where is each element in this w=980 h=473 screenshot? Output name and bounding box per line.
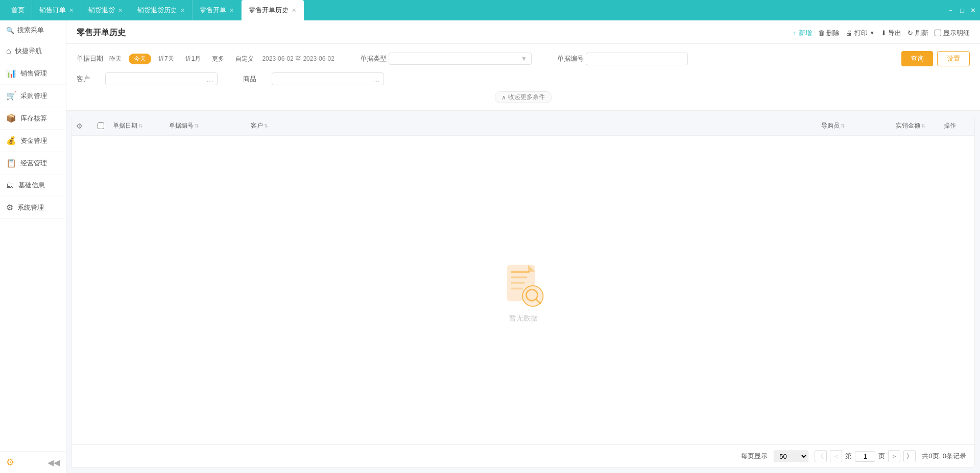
last-page-button[interactable]: 》 (903, 450, 916, 462)
settings-button[interactable]: 设置 (937, 51, 970, 66)
sidebar-item-quick-nav[interactable]: ⌂ 快捷导航 (0, 40, 66, 62)
col-header-number[interactable]: 单据编号 ⇅ (165, 121, 247, 130)
sidebar-item-purchase[interactable]: 🛒 采购管理 (0, 85, 66, 107)
close-button[interactable]: ✕ (970, 7, 976, 14)
per-page-label: 每页显示 (741, 452, 768, 461)
sidebar-item-sales[interactable]: 📊 销售管理 (0, 62, 66, 85)
per-page-select[interactable]: 50 100 200 (774, 451, 808, 462)
date-btn-yesterday[interactable]: 昨天 (105, 54, 126, 64)
date-filter-group: 单据日期 昨天 今天 近7天 近1月 更多 自定义 2023-06-02 至 2… (77, 54, 334, 64)
sidebar-item-basic-info[interactable]: 🗂 基础信息 (0, 175, 66, 196)
minimize-button[interactable]: － (947, 6, 954, 15)
query-button[interactable]: 查询 (901, 51, 933, 66)
date-buttons: 昨天 今天 近7天 近1月 更多 自定义 (105, 54, 258, 64)
page-number-input[interactable] (855, 451, 875, 462)
number-input[interactable] (586, 53, 688, 65)
goods-filter-group: 商品 … (243, 72, 384, 85)
goods-input-wrap: … (272, 72, 384, 85)
tab-retail-order[interactable]: 零售开单 ✕ (193, 0, 242, 20)
table-area: ⚙ 单据日期 ⇅ 单据编号 ⇅ 客户 ⇅ 导购员 ⇅ (71, 116, 975, 468)
tab-close-retail-order[interactable]: ✕ (229, 7, 234, 14)
date-btn-7days[interactable]: 近7天 (154, 54, 178, 64)
prev-page-button[interactable]: ＜ (830, 450, 842, 462)
sidebar-item-system[interactable]: ⚙ 系统管理 (0, 196, 66, 219)
sidebar-item-operations[interactable]: 📋 经营管理 (0, 152, 66, 175)
next-page-button[interactable]: ＞ (888, 450, 900, 462)
first-page-button[interactable]: 《 (815, 450, 827, 462)
search-icon: 🔍 (6, 27, 14, 34)
refresh-button[interactable]: ↻ 刷新 (907, 29, 928, 38)
collapse-button[interactable]: ∧ 收起更多条件 (495, 91, 552, 103)
quick-nav-icon: ⌂ (6, 46, 11, 56)
col-header-customer[interactable]: 客户 ⇅ (247, 121, 817, 130)
sidebar-item-inventory[interactable]: 📦 库存核算 (0, 107, 66, 130)
empty-text: 暂无数据 (509, 314, 538, 323)
print-button[interactable]: 🖨 打印 ▼ (846, 29, 875, 38)
svg-rect-3 (511, 282, 525, 284)
date-range-display: 2023-06-02 至 2023-06-02 (262, 55, 334, 63)
empty-state: 暂无数据 (72, 136, 974, 444)
export-button[interactable]: ⬇ 导出 (881, 29, 902, 38)
toolbar: + 新增 🗑 删除 🖨 打印 ▼ ⬇ 导出 ↻ 刷新 显示明细 (793, 29, 970, 43)
inventory-icon: 📦 (6, 113, 16, 123)
delete-button[interactable]: 🗑 删除 (818, 29, 840, 38)
tab-home[interactable]: 首页 (4, 0, 32, 20)
page-title: 零售开单历史 (77, 28, 126, 43)
sidebar-search[interactable]: 🔍 搜索采单 (0, 20, 66, 40)
show-detail-input[interactable] (935, 30, 941, 36)
date-btn-more[interactable]: 更多 (208, 54, 228, 64)
empty-illustration (495, 258, 552, 314)
tab-bar-controls: － □ ✕ (947, 6, 976, 15)
col-header-amount[interactable]: 实销金额 ⇅ (868, 121, 929, 130)
customer-label: 客户 (77, 74, 105, 84)
goods-input-more-icon[interactable]: … (373, 75, 380, 83)
page-suffix: 页 (878, 452, 885, 461)
type-label: 单据类型 (360, 54, 389, 63)
customer-input-more-icon[interactable]: … (206, 75, 213, 83)
settings-gear-icon[interactable]: ⚙ (6, 457, 14, 468)
sidebar-item-finance[interactable]: 💰 资金管理 (0, 130, 66, 152)
number-label: 单据编号 (557, 54, 586, 63)
system-icon: ⚙ (6, 203, 13, 212)
number-filter-group: 单据编号 (557, 53, 688, 65)
date-btn-today[interactable]: 今天 (129, 54, 151, 64)
sidebar: 🔍 搜索采单 ⌂ 快捷导航 📊 销售管理 🛒 采购管理 📦 库存核算 💰 资金管… (0, 20, 66, 473)
column-settings-icon[interactable]: ⚙ (76, 122, 92, 130)
col-header-guide[interactable]: 导购员 ⇅ (817, 121, 868, 130)
col-header-date[interactable]: 单据日期 ⇅ (109, 121, 165, 130)
date-btn-1month[interactable]: 近1月 (181, 54, 205, 64)
table-footer: 每页显示 50 100 200 《 ＜ 第 页 ＞ 》 共0页, 0条记录 (72, 444, 974, 467)
type-select[interactable]: ▼ (389, 53, 532, 65)
filter-row-2: 客户 … 商品 … (77, 72, 970, 85)
print-dropdown-icon: ▼ (870, 30, 875, 36)
sales-icon: 📊 (6, 68, 16, 78)
tab-close-retail-order-history[interactable]: ✕ (292, 7, 296, 14)
sidebar-bottom: ⚙ ◀◀ (0, 451, 66, 473)
sidebar-collapse-button[interactable]: ◀◀ (47, 458, 60, 467)
tab-close-sales-order[interactable]: ✕ (69, 7, 74, 14)
date-btn-custom[interactable]: 自定义 (231, 54, 258, 64)
tab-close-sales-return-history[interactable]: ✕ (180, 7, 185, 14)
select-all-checkbox[interactable] (92, 122, 109, 129)
select-all-input[interactable] (98, 122, 104, 129)
filter-row-1: 单据日期 昨天 今天 近7天 近1月 更多 自定义 2023-06-02 至 2… (77, 51, 970, 66)
tab-close-sales-return[interactable]: ✕ (118, 7, 123, 14)
tab-sales-order[interactable]: 销售订单 ✕ (32, 0, 81, 20)
goods-input[interactable] (272, 72, 384, 85)
tab-retail-order-history[interactable]: 零售开单历史 ✕ (242, 0, 304, 20)
col-header-action: 操作 (929, 121, 970, 130)
action-buttons: 查询 设置 (901, 51, 970, 66)
date-sort-icon: ⇅ (138, 123, 142, 129)
page-header: 零售开单历史 + 新增 🗑 删除 🖨 打印 ▼ ⬇ 导出 ↻ 刷新 (66, 20, 980, 44)
customer-filter-group: 客户 … (77, 72, 218, 85)
show-detail-checkbox[interactable]: 显示明细 (935, 29, 970, 38)
amount-sort-icon: ⇅ (921, 123, 925, 129)
guide-sort-icon: ⇅ (841, 123, 845, 129)
maximize-button[interactable]: □ (960, 7, 964, 14)
tab-sales-return[interactable]: 销货退货 ✕ (81, 0, 130, 20)
customer-input[interactable] (105, 72, 218, 85)
svg-rect-4 (511, 287, 522, 289)
table-header: ⚙ 单据日期 ⇅ 单据编号 ⇅ 客户 ⇅ 导购员 ⇅ (72, 116, 974, 136)
add-button[interactable]: + 新增 (793, 29, 811, 38)
tab-sales-return-history[interactable]: 销货退货历史 ✕ (130, 0, 193, 20)
